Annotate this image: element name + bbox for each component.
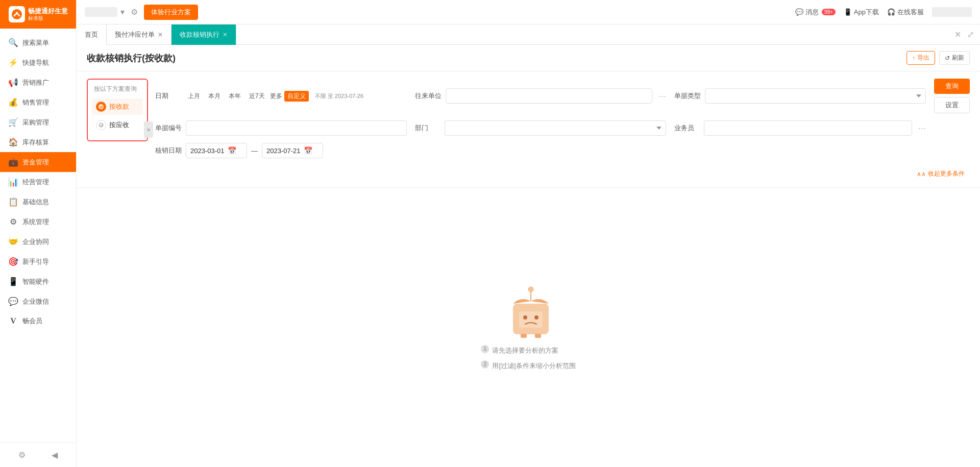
sidebar-item-collab[interactable]: 🤝 企业协同 bbox=[0, 232, 76, 252]
online-service-button[interactable]: 🎧 在线客服 bbox=[887, 8, 924, 17]
sidebar-item-marketing[interactable]: 📢 营销推广 bbox=[0, 72, 76, 92]
collapse-button[interactable]: ∧∧ 收起更多条件 bbox=[912, 167, 970, 180]
date-prev-month[interactable]: 上月 bbox=[185, 91, 203, 102]
sidebar-item-system[interactable]: ⚙ 系统管理 bbox=[0, 212, 76, 232]
verify-date-end-value: 2023-07-21 bbox=[266, 147, 301, 155]
sidebar-item-inventory[interactable]: 🏠 库存核算 bbox=[0, 132, 76, 152]
settings-footer-icon[interactable]: ⚙ bbox=[18, 450, 26, 460]
verify-date-start-input[interactable]: 2023-03-01 📅 bbox=[186, 143, 247, 158]
tab-receipt-label: 收款核销执行 bbox=[180, 30, 219, 39]
tabbar-actions: ✕ ⤢ bbox=[952, 28, 980, 41]
verify-end-calendar-icon: 📅 bbox=[304, 146, 312, 155]
doc-type-select[interactable] bbox=[705, 88, 926, 104]
tab-home[interactable]: 首页 bbox=[77, 24, 107, 45]
refresh-button[interactable]: ↺ 刷新 bbox=[939, 51, 970, 65]
tab-prepay[interactable]: 预付冲应付单 ✕ bbox=[107, 24, 172, 45]
svg-point-9 bbox=[528, 287, 533, 292]
date-7days[interactable]: 近7天 bbox=[246, 91, 268, 102]
date-this-month[interactable]: 本月 bbox=[205, 91, 224, 102]
filter-nav-by-receivable[interactable]: 按应收 bbox=[92, 117, 143, 133]
date-unlimited: 不限 至 2023-07-26 bbox=[315, 92, 363, 100]
sidebar-item-sales[interactable]: 💰 销售管理 bbox=[0, 92, 76, 112]
date-this-year[interactable]: 本年 bbox=[226, 91, 244, 102]
tab-receipt[interactable]: 收款核销执行 ✕ bbox=[172, 24, 236, 45]
date-custom[interactable]: 自定义 bbox=[284, 91, 309, 102]
filter-nav-title: 按以下方案查询 bbox=[92, 85, 143, 93]
empty-state: 1 请先选择要分析的方案 2 用[过滤]条件来缩小分析范围 bbox=[77, 188, 980, 467]
filter-nav-by-receipt[interactable]: 按收款 bbox=[92, 99, 143, 115]
sidebar-item-hardware[interactable]: 📱 智能硬件 bbox=[0, 272, 76, 291]
staff-input[interactable] bbox=[704, 120, 912, 136]
sidebar-item-ops[interactable]: 📊 经营管理 bbox=[0, 172, 76, 192]
filter-row-2: 单据编号 部门 业务员 ··· bbox=[155, 120, 970, 136]
refresh-icon: ↺ bbox=[945, 55, 950, 62]
doc-no-input[interactable] bbox=[186, 120, 407, 136]
tab-close-all-icon[interactable]: ✕ bbox=[952, 28, 963, 41]
message-label: 消息 bbox=[805, 8, 819, 17]
sidebar-item-label: 资金管理 bbox=[22, 158, 49, 167]
tab-receipt-close-icon[interactable]: ✕ bbox=[223, 31, 228, 38]
receivable-icon bbox=[96, 120, 106, 130]
user-avatar[interactable]: 用户 bbox=[932, 7, 972, 17]
topbar-brand: - ▾ bbox=[85, 7, 125, 17]
sidebar-item-guide[interactable]: 🎯 新手引导 bbox=[0, 252, 76, 272]
empty-step-1: 1 请先选择要分析的方案 bbox=[481, 345, 575, 356]
collapse-sidebar-icon[interactable]: ◀ bbox=[52, 450, 58, 460]
svg-point-6 bbox=[523, 315, 527, 319]
tab-expand-icon[interactable]: ⤢ bbox=[965, 28, 976, 41]
app-icon: 📱 bbox=[844, 8, 852, 16]
topbar-chevron-icon[interactable]: ▾ bbox=[120, 7, 125, 17]
sidebar-item-basic[interactable]: 📋 基础信息 bbox=[0, 192, 76, 212]
logo-icon bbox=[9, 6, 25, 22]
by-receipt-label: 按收款 bbox=[109, 102, 129, 111]
solution-button[interactable]: 体验行业方案 bbox=[144, 5, 198, 20]
logo: 畅捷通好生意 标准版 bbox=[0, 0, 76, 29]
message-button[interactable]: 💬 消息 99+ bbox=[795, 8, 836, 17]
sidebar-item-search[interactable]: 🔍 搜索菜单 bbox=[0, 33, 76, 53]
empty-text: 1 请先选择要分析的方案 2 用[过滤]条件来缩小分析范围 bbox=[481, 345, 575, 372]
sidebar-item-purchase[interactable]: 🛒 采购管理 bbox=[0, 112, 76, 132]
sidebar-item-member[interactable]: V 畅会员 bbox=[0, 311, 76, 331]
headset-icon: 🎧 bbox=[887, 8, 895, 16]
export-icon: ↑ bbox=[912, 55, 915, 62]
sidebar-item-wechat[interactable]: 💬 企业微信 bbox=[0, 291, 76, 311]
sidebar-item-label: 新手引导 bbox=[22, 257, 49, 266]
svg-point-1 bbox=[16, 12, 18, 14]
filter-row-1: 日期 上月 本月 本年 近7天 更多 自定义 不限 至 2023-07-26 往… bbox=[155, 79, 970, 113]
export-button[interactable]: ↑ 导出 bbox=[906, 51, 935, 65]
filter-nav-collapse-icon[interactable]: » bbox=[144, 121, 153, 138]
dept-select[interactable] bbox=[445, 120, 667, 136]
sidebar-item-label: 企业协同 bbox=[22, 237, 49, 247]
collab-icon: 🤝 bbox=[8, 237, 18, 247]
collapse-label: 收起更多条件 bbox=[928, 169, 965, 178]
dept-label: 部门 bbox=[415, 124, 440, 133]
member-icon: V bbox=[8, 316, 18, 326]
filter-fields: 日期 上月 本月 本年 近7天 更多 自定义 不限 至 2023-07-26 往… bbox=[155, 79, 970, 180]
sidebar-item-finance[interactable]: 💼 资金管理 bbox=[0, 152, 76, 172]
page-title: 收款核销执行(按收款) bbox=[87, 52, 176, 70]
setting-button[interactable]: 设置 bbox=[934, 97, 970, 113]
verify-date-group: 核销日期 2023-03-01 📅 — 2023-07-21 📅 bbox=[155, 143, 409, 158]
query-button[interactable]: 查询 bbox=[934, 79, 970, 94]
verify-date-end-input[interactable]: 2023-07-21 📅 bbox=[262, 143, 323, 158]
tab-prepay-close-icon[interactable]: ✕ bbox=[158, 31, 163, 38]
ops-icon: 📊 bbox=[8, 177, 18, 187]
nav-icon: ⚡ bbox=[8, 58, 18, 67]
counterpart-input[interactable] bbox=[446, 88, 653, 104]
svg-rect-11 bbox=[535, 334, 541, 338]
purchase-icon: 🛒 bbox=[8, 117, 18, 127]
staff-dots-icon[interactable]: ··· bbox=[918, 123, 926, 134]
sidebar-item-nav[interactable]: ⚡ 快捷导航 bbox=[0, 53, 76, 72]
topbar-gear-icon[interactable]: ⚙ bbox=[131, 7, 138, 17]
sidebar-item-label: 库存核算 bbox=[22, 138, 49, 147]
counterpart-filter-group: 往来单位 ··· bbox=[415, 88, 667, 104]
tab-home-label: 首页 bbox=[85, 30, 98, 39]
app-download-button[interactable]: 📱 App下载 bbox=[844, 8, 879, 17]
sidebar-item-label: 营销推广 bbox=[22, 78, 49, 87]
page-header: 收款核销执行(按收款) ↑ 导出 ↺ 刷新 bbox=[77, 45, 980, 71]
dept-filter-group: 部门 bbox=[415, 120, 667, 136]
counterpart-dots-icon[interactable]: ··· bbox=[658, 91, 666, 102]
date-more[interactable]: 更多 bbox=[270, 92, 282, 101]
svg-point-7 bbox=[534, 315, 538, 319]
docno-filter-group: 单据编号 bbox=[155, 120, 407, 136]
